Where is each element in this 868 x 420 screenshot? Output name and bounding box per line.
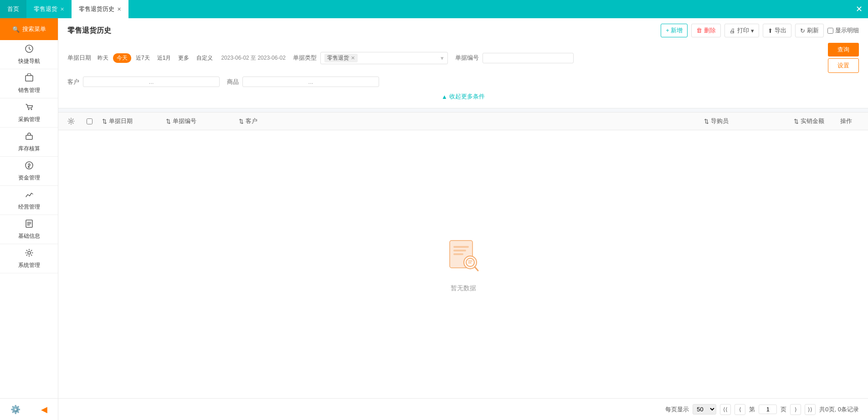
export-button[interactable]: ⬆ 导出: [763, 24, 791, 37]
refresh-button[interactable]: ↻ 刷新: [795, 24, 824, 37]
page-label: 页: [781, 405, 786, 414]
date-opt-1month[interactable]: 近1月: [154, 53, 174, 63]
date-options: 昨天 今天 近7天 近1月 更多 自定义: [95, 53, 216, 63]
date-opt-today[interactable]: 今天: [113, 53, 131, 63]
sort-amount-icon[interactable]: ⇅: [794, 118, 799, 125]
page-title: 零售退货历史: [67, 26, 111, 36]
goods-input[interactable]: ...: [242, 77, 379, 87]
sidebar-item-quick-nav[interactable]: 快捷导航: [0, 40, 58, 69]
page-size-select[interactable]: 50 20 100: [693, 404, 716, 415]
sidebar-item-sales[interactable]: 销售管理: [0, 69, 58, 98]
prev-page-button[interactable]: ⟨: [734, 404, 745, 415]
export-icon: ⬆: [768, 27, 773, 34]
show-detail-checkbox[interactable]: [827, 28, 833, 34]
delete-button[interactable]: 🗑 删除: [691, 24, 721, 37]
type-tag-label: 零售退货: [327, 54, 349, 62]
sidebar-item-inventory-label: 库存核算: [18, 145, 40, 153]
date-opt-yesterday[interactable]: 昨天: [95, 53, 111, 63]
sidebar-item-finance-label: 资金管理: [18, 174, 40, 182]
collapse-button[interactable]: ▲ 收起更多条件: [438, 91, 488, 102]
query-button[interactable]: 查询: [828, 43, 859, 56]
table-header: ⇅ 单据日期 ⇅ 单据编号 ⇅ 客户 ⇅ 导购员 ⇅ 实销金额: [58, 112, 868, 130]
date-range-value: 2023-06-02 至 2023-06-02: [221, 54, 285, 62]
print-button[interactable]: 🖨 打印 ▾: [724, 24, 759, 37]
tab-retail-return-history-close[interactable]: ✕: [117, 6, 121, 12]
sidebar-search-label: 搜索菜单: [22, 25, 46, 33]
sidebar-item-basic-info-label: 基础信息: [18, 232, 40, 240]
date-opt-7days[interactable]: 近7天: [133, 53, 153, 63]
show-detail-text: 显示明细: [835, 26, 859, 35]
page-number-input[interactable]: [759, 405, 777, 414]
date-opt-more[interactable]: 更多: [175, 53, 192, 63]
empty-state: 暂无数据: [58, 130, 868, 398]
sidebar-item-purchase-label: 采购管理: [18, 116, 40, 123]
first-page-button[interactable]: ⟨⟨: [720, 404, 731, 415]
window-close-button[interactable]: ✕: [850, 0, 868, 18]
type-filter-label: 单据类型: [293, 54, 317, 62]
order-no-input[interactable]: [483, 53, 574, 63]
main-layout: 🔍 搜索菜单 快捷导航 销售管理 采购管理 库存核算: [0, 18, 868, 420]
tab-retail-return-label: 零售退货: [34, 5, 57, 13]
order-no-filter: 单据编号: [455, 53, 574, 63]
sort-customer-icon[interactable]: ⇅: [239, 118, 244, 125]
empty-text: 暂无数据: [451, 284, 476, 292]
sort-num-icon[interactable]: ⇅: [166, 118, 171, 125]
type-tag: 零售退货 ✕: [324, 54, 358, 62]
collapse-sidebar-icon[interactable]: ◀: [41, 405, 47, 415]
th-settings[interactable]: [62, 118, 80, 125]
inventory-icon: [25, 132, 34, 143]
show-detail-label[interactable]: 显示明细: [827, 26, 859, 35]
settings-bottom-icon[interactable]: ⚙️: [10, 405, 21, 415]
filter-row-2: 客户 ... 商品 ...: [67, 77, 859, 87]
print-chevron: ▾: [751, 27, 754, 34]
page-header: 零售退货历史 + 新增 🗑 删除 🖨 打印 ▾ ⬆ 导出 ↻: [58, 18, 868, 108]
last-page-button[interactable]: ⟩⟩: [805, 404, 816, 415]
pagination: 每页显示 50 20 100 ⟨⟨ ⟨ 第 页 ⟩ ⟩⟩ 共0页, 0条记录: [58, 398, 868, 420]
tab-home[interactable]: 首页: [0, 0, 26, 18]
svg-point-8: [70, 120, 72, 123]
svg-rect-10: [453, 246, 469, 248]
refresh-label: 刷新: [807, 26, 819, 35]
sidebar-item-business[interactable]: 经营管理: [0, 186, 58, 215]
sort-date-icon[interactable]: ⇅: [102, 118, 107, 125]
sort-guide-icon[interactable]: ⇅: [704, 118, 709, 125]
tab-retail-return[interactable]: 零售退货 ✕: [26, 0, 72, 18]
export-label: 导出: [775, 26, 786, 35]
purchase-icon: [25, 102, 34, 114]
sidebar-bottom: ⚙️ ◀: [0, 398, 58, 420]
sidebar-item-basic-info[interactable]: 基础信息: [0, 215, 58, 244]
collapse-label: 收起更多条件: [449, 92, 485, 101]
th-num: ⇅ 单据编号: [162, 117, 235, 125]
search-icon: 🔍: [12, 26, 20, 33]
basic-info-icon: [25, 219, 34, 230]
select-all-checkbox[interactable]: [87, 118, 92, 124]
collapse-icon: ▲: [442, 93, 447, 100]
sidebar-item-inventory[interactable]: 库存核算: [0, 128, 58, 157]
sales-icon: [25, 73, 34, 85]
sidebar-item-system[interactable]: 系统管理: [0, 244, 58, 273]
th-checkbox[interactable]: [80, 118, 98, 124]
tab-retail-return-close[interactable]: ✕: [60, 6, 64, 12]
customer-filter: 客户 ...: [67, 77, 220, 87]
date-opt-custom[interactable]: 自定义: [194, 53, 216, 63]
add-button[interactable]: + 新增: [661, 24, 688, 37]
sidebar-item-finance[interactable]: 资金管理: [0, 157, 58, 186]
page-size-label: 每页显示: [665, 405, 689, 414]
top-bar: 首页 零售退货 ✕ 零售退货历史 ✕ ✕: [0, 0, 868, 18]
print-icon: 🖨: [729, 27, 735, 34]
th-guide: ⇅ 导购员: [700, 117, 773, 125]
page-title-row: 零售退货历史 + 新增 🗑 删除 🖨 打印 ▾ ⬆ 导出 ↻: [67, 24, 859, 37]
next-page-button[interactable]: ⟩: [790, 404, 801, 415]
customer-input[interactable]: ...: [83, 77, 220, 87]
sidebar-item-purchase[interactable]: 采购管理: [0, 98, 58, 128]
total-text: 共0页, 0条记录: [819, 405, 859, 414]
sidebar-search[interactable]: 🔍 搜索菜单: [0, 18, 58, 40]
content-area: 零售退货历史 + 新增 🗑 删除 🖨 打印 ▾ ⬆ 导出 ↻: [58, 18, 868, 420]
type-select[interactable]: 零售退货 ✕ ▾: [320, 52, 448, 64]
sidebar-item-quick-nav-label: 快捷导航: [18, 57, 40, 65]
tab-retail-return-history[interactable]: 零售退货历史 ✕: [72, 0, 128, 18]
toolbar: + 新增 🗑 删除 🖨 打印 ▾ ⬆ 导出 ↻ 刷新: [661, 24, 859, 37]
th-customer: ⇅ 客户: [235, 117, 700, 125]
set-button[interactable]: 设置: [828, 58, 859, 73]
type-tag-close[interactable]: ✕: [351, 55, 355, 61]
